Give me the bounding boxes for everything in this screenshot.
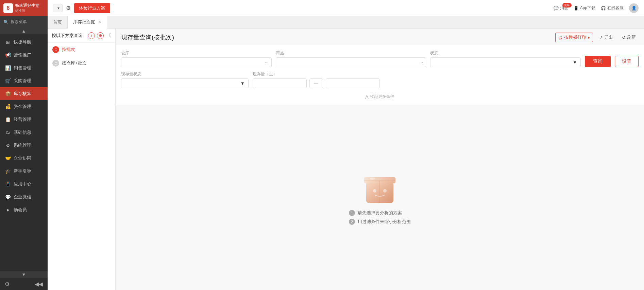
tab-home[interactable]: 首页: [48, 16, 68, 28]
sidebar-item-finance[interactable]: 💰 资金管理: [0, 100, 48, 113]
print-label: 按模板打印: [564, 34, 586, 40]
sidebar-item-basic[interactable]: 🗂 基础信息: [0, 126, 48, 139]
sidebar-item-newbie[interactable]: 🎓 新手引导: [0, 165, 48, 178]
sidebar-item-marketing[interactable]: 📢 营销推广: [0, 49, 48, 61]
print-button[interactable]: 🖨 按模板打印 ▾: [555, 33, 593, 42]
stock-status-chevron-icon: ▼: [240, 81, 245, 86]
empty-step-2: 2 用过滤条件来缩小分析范围: [349, 219, 411, 225]
status-select[interactable]: ▼: [430, 57, 581, 67]
enterprise-icon: 🤝: [5, 155, 11, 161]
refresh-label: 刷新: [627, 34, 636, 40]
right-panel: 现存量查询(按批次) 🖨 按模板打印 ▾ ↗ 导出 ↺ 刷新: [116, 29, 644, 290]
empty-state-illustration: [359, 170, 400, 204]
tab-close-icon[interactable]: ✕: [98, 20, 101, 24]
app-download-button[interactable]: 📱 App下载: [574, 5, 595, 11]
collapse-sidebar-icon[interactable]: ◀◀: [35, 281, 43, 287]
svg-point-4: [373, 189, 376, 193]
sidebar-item-label: 经营管理: [14, 116, 31, 123]
phone-icon: 📱: [574, 6, 579, 11]
page-title: 现存量查询(按批次): [121, 33, 174, 41]
trial-button[interactable]: 体验行业方案: [74, 3, 110, 13]
scheme-icon-default: ⊙: [52, 60, 59, 67]
app-logo: 6: [3, 3, 13, 13]
query-button[interactable]: 查询: [585, 56, 611, 67]
sidebar-item-appstore[interactable]: 📱 应用中心: [0, 178, 48, 191]
add-scheme-button[interactable]: +: [88, 32, 95, 39]
topbar-right: 💬 消息 99+ 📱 App下载 🎧 在线客服 👤: [554, 3, 639, 13]
print-chevron-icon: ▾: [588, 35, 590, 40]
stock-qty-dash: —: [309, 78, 323, 88]
breadcrumb-dropdown[interactable]: ▾: [53, 4, 63, 12]
sidebar-item-label: 应用中心: [14, 181, 31, 187]
sidebar-item-label: 采购管理: [14, 78, 31, 84]
user-avatar[interactable]: 👤: [629, 3, 639, 13]
topbar-gear-icon[interactable]: ⚙: [65, 3, 72, 13]
sidebar-item-wechat[interactable]: 💬 企业微信: [0, 191, 48, 203]
product-input-wrapper: ···: [276, 57, 426, 67]
avatar-icon: 👤: [631, 6, 637, 11]
online-service-button[interactable]: 🎧 在线客服: [601, 5, 624, 11]
headset-icon: 🎧: [601, 6, 606, 11]
warehouse-more-icon[interactable]: ···: [262, 58, 271, 67]
sidebar-item-purchase[interactable]: 🛒 采购管理: [0, 74, 48, 87]
settings-button[interactable]: 设置: [615, 56, 639, 67]
scheme-label: 按批次: [62, 47, 75, 53]
basic-icon: 🗂: [5, 129, 11, 135]
stock-qty-max-input[interactable]: [326, 78, 380, 88]
stock-qty-label: 现存量（主）: [253, 71, 380, 77]
scheme-icon-active: ⊙: [52, 46, 59, 53]
empty-step-1: 1 请先选择要分析的方案: [349, 210, 411, 216]
sidebar-item-quick-nav[interactable]: ⊞ 快捷导航: [0, 36, 48, 49]
sidebar: 6 畅康通好生意 标准版 🔍 搜索菜单 ▲ ⊞ 快捷导航 📢 营销推广 📊 销售…: [0, 0, 48, 290]
sidebar-item-label: 系统管理: [14, 142, 31, 148]
stock-status-select[interactable]: ▼: [121, 78, 249, 88]
product-more-icon[interactable]: ···: [417, 58, 426, 67]
scheme-settings-button[interactable]: ⚙: [97, 32, 104, 39]
finance-icon: 💰: [5, 104, 11, 110]
settings-footer-icon[interactable]: ⚙: [5, 281, 10, 287]
svg-point-5: [383, 189, 387, 193]
warehouse-label: 仓库: [121, 50, 272, 56]
scheme-label: 按仓库+批次: [62, 60, 87, 66]
product-label: 商品: [276, 50, 426, 56]
sidebar-item-label: 销售管理: [14, 65, 31, 71]
product-input[interactable]: [276, 58, 417, 67]
main-wrapper: ▾ ⚙ 体验行业方案 💬 消息 99+ 📱 App下载 🎧 在线客服 👤: [48, 0, 644, 290]
tab-inventory[interactable]: 库存批次账 ✕: [68, 16, 107, 29]
export-button[interactable]: ↗ 导出: [596, 33, 616, 42]
search-icon: 🔍: [3, 20, 9, 24]
tab-inventory-label: 库存批次账: [73, 19, 95, 25]
sidebar-item-label: 新手引导: [14, 168, 31, 174]
empty-state-steps: 1 请先选择要分析的方案 2 用过滤条件来缩小分析范围: [349, 210, 411, 225]
scheme-item-by-warehouse[interactable]: ⊙ 按仓库+批次: [48, 56, 115, 70]
sidebar-item-label: 营销推广: [14, 52, 31, 58]
stock-qty-min-input[interactable]: [253, 78, 307, 88]
filter-area: 仓库 ··· 商品 ···: [116, 45, 644, 105]
sidebar-item-enterprise[interactable]: 🤝 企业协同: [0, 152, 48, 165]
sidebar-item-member[interactable]: ♦ 畅会员: [0, 203, 48, 216]
sidebar-search[interactable]: 🔍 搜索菜单: [0, 16, 48, 28]
sidebar-item-operations[interactable]: 📋 经营管理: [0, 113, 48, 126]
scroll-up-button[interactable]: ▲: [0, 28, 48, 34]
newbie-icon: 🎓: [5, 168, 11, 174]
purchase-icon: 🛒: [5, 78, 11, 84]
breadcrumb-area: ▾ ⚙ 体验行业方案: [53, 3, 550, 13]
empty-step-2-text: 用过滤条件来缩小分析范围: [358, 219, 411, 225]
sidebar-nav: ⊞ 快捷导航 📢 营销推广 📊 销售管理 🛒 采购管理 📦 库存核算 💰 资金管…: [0, 34, 48, 271]
scroll-down-button[interactable]: ▼: [0, 271, 48, 278]
panel-collapse-icon[interactable]: 《: [106, 32, 111, 39]
sidebar-item-label: 畅会员: [14, 207, 27, 213]
scheme-item-by-batch[interactable]: ⊙ 按批次: [48, 43, 115, 56]
stock-status-label: 现存量状态: [121, 71, 249, 77]
stock-status-filter-group: 现存量状态 ▼: [121, 71, 249, 88]
wechat-icon: 💬: [5, 194, 11, 200]
messages-button[interactable]: 💬 消息 99+: [554, 5, 568, 11]
collapse-conditions-button[interactable]: ⋀ 收起更多条件: [121, 92, 639, 99]
refresh-button[interactable]: ↺ 刷新: [619, 33, 639, 42]
sidebar-item-inventory[interactable]: 📦 库存核算: [0, 87, 48, 100]
sidebar-item-system[interactable]: ⚙ 系统管理: [0, 139, 48, 152]
warehouse-input[interactable]: [121, 58, 262, 67]
member-icon: ♦: [5, 207, 11, 213]
sidebar-item-sales[interactable]: 📊 销售管理: [0, 61, 48, 74]
sidebar-item-label: 企业微信: [14, 194, 31, 200]
